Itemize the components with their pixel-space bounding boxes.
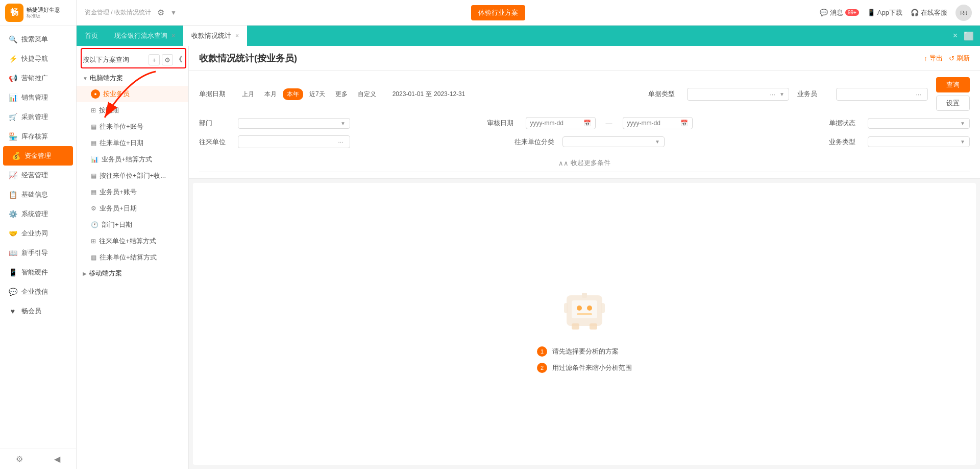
review-date-to-input[interactable]: [627, 120, 678, 127]
calendar-from-icon: 📅: [583, 120, 591, 127]
review-date-to[interactable]: 📅: [623, 117, 693, 129]
tree-group-mobile-header[interactable]: ▶ 移动端方案: [77, 266, 188, 281]
sidebar-item-purchase[interactable]: 🛒 采购管理: [0, 107, 76, 127]
tree-group-mobile: ▶ 移动端方案: [77, 266, 188, 281]
sidebar-item-guide[interactable]: 📖 新手引导: [0, 243, 76, 263]
sidebar-item-wechat[interactable]: 💬 企业微信: [0, 282, 76, 301]
sidebar-item-hardware[interactable]: 📱 智能硬件: [0, 263, 76, 282]
date-tab-custom[interactable]: 自定义: [354, 88, 380, 100]
tab-bank-flow-close-icon[interactable]: ×: [172, 32, 175, 39]
export-button[interactable]: ↑ 导出: [924, 54, 943, 63]
date-tab-this-month[interactable]: 本月: [260, 88, 281, 100]
sidebar-label-wechat: 企业微信: [21, 287, 48, 296]
sidebar-item-inventory[interactable]: 🏪 库存核算: [0, 127, 76, 146]
department-select[interactable]: ▼: [238, 118, 350, 129]
add-icon: +: [152, 56, 156, 64]
sidebar-item-finance[interactable]: 💰 资金管理: [3, 146, 73, 166]
settings-panel-icon: ⚙: [164, 56, 170, 64]
service-icon: 🎧: [911, 9, 919, 16]
collapse-more-button[interactable]: ∧∧ 收起更多条件: [558, 158, 610, 168]
sidebar-item-quicknav[interactable]: ⚡ 快捷导航: [0, 49, 76, 68]
trial-button[interactable]: 体验行业方案: [471, 5, 525, 20]
voucher-status-select[interactable]: ▼: [868, 118, 970, 129]
sidebar-item-enterprise[interactable]: 🤝 企业协同: [0, 224, 76, 243]
sidebar-item-member[interactable]: ♥ 畅会员: [0, 301, 76, 321]
sidebar-label-sales: 销售管理: [21, 93, 48, 102]
app-download-btn[interactable]: 📱 App下载: [867, 8, 902, 17]
collapse-sidebar-icon[interactable]: ◀: [54, 454, 60, 464]
tree-item-partner-settle1[interactable]: ⊞ 往来单位+结算方式: [77, 233, 188, 249]
partner-category-select[interactable]: ▼: [562, 136, 665, 147]
sidebar-item-marketing[interactable]: 📢 营销推广: [0, 68, 76, 88]
salesperson-select[interactable]: ···: [836, 88, 928, 101]
settings-bottom-icon[interactable]: ⚙: [16, 454, 23, 464]
logo-badge: 标准版: [27, 13, 60, 19]
svg-rect-7: [601, 303, 605, 313]
user-avatar[interactable]: Rit: [955, 5, 972, 21]
tree-item-by-salesperson[interactable]: ● 按业务员: [77, 86, 188, 102]
tree-item-label-1: 按业务员: [103, 89, 130, 99]
tree-group-desktop-header[interactable]: ▼ 电脑端方案: [77, 71, 188, 86]
sidebar-label-marketing: 营销推广: [21, 74, 48, 83]
tab-collection-close-icon[interactable]: ×: [235, 32, 239, 39]
date-tab-this-year[interactable]: 本年: [283, 88, 303, 100]
sidebar-item-sales[interactable]: 📊 销售管理: [0, 88, 76, 107]
notification-btn[interactable]: 💬 消息 99+: [820, 8, 859, 17]
settings-button[interactable]: 设置: [936, 96, 970, 111]
review-date-from[interactable]: 📅: [526, 117, 596, 129]
svg-point-3: [587, 306, 592, 311]
filter-row-3: 往来单位 ··· 往来单位分类 ▼ 业务类型 ▼: [199, 135, 970, 148]
tab-bar: 首页 现金银行流水查询 × 收款情况统计 × × ⬜: [77, 26, 980, 46]
tree-item-partner-dept[interactable]: ▦ 按往来单位+部门+收...: [77, 168, 188, 184]
salesperson-label: 业务员: [797, 89, 828, 99]
query-button[interactable]: 查询: [936, 77, 970, 92]
date-tab-7days[interactable]: 近7天: [305, 88, 329, 100]
tree-item-label-4: 往来单位+日期: [100, 138, 143, 148]
svg-rect-9: [590, 323, 597, 330]
dropdown-arrow-icon[interactable]: ▼: [170, 9, 177, 16]
business-type-select[interactable]: ▼: [868, 136, 970, 147]
date-tab-more[interactable]: 更多: [331, 88, 352, 100]
sidebar-item-operation[interactable]: 📈 经营管理: [0, 166, 76, 185]
tree-item-salesperson-date[interactable]: ⚙ 业务员+日期: [77, 200, 188, 217]
partner-more-icon: ···: [338, 138, 344, 146]
tab-bank-flow[interactable]: 现金银行流水查询 ×: [106, 26, 183, 46]
dept-arrow-icon: ▼: [340, 121, 346, 126]
tree-item-partner-settle2[interactable]: ▦ 往来单位+结算方式: [77, 249, 188, 266]
topbar-gear-icon[interactable]: ⚙: [157, 8, 164, 17]
sidebar-item-system[interactable]: ⚙️ 系统管理: [0, 204, 76, 224]
partner-select[interactable]: ···: [238, 135, 350, 148]
settings-scheme-btn[interactable]: ⚙: [162, 54, 173, 65]
hardware-icon: 📱: [8, 268, 17, 277]
online-service-btn[interactable]: 🎧 在线客服: [911, 8, 947, 17]
breadcrumb: 资金管理 / 收款情况统计: [85, 8, 151, 17]
voucher-type-select[interactable]: ··· ▼: [687, 88, 789, 101]
add-scheme-btn[interactable]: +: [149, 54, 160, 65]
tree-item-salesperson-settle[interactable]: 📊 业务员+结算方式: [77, 151, 188, 168]
detail-icon: ⊞: [91, 107, 96, 114]
maximize-icon[interactable]: ⬜: [964, 31, 974, 41]
sidebar-item-basic[interactable]: 📋 基础信息: [0, 185, 76, 204]
voucher-status-label: 单据状态: [829, 119, 860, 128]
panel-header-actions: + ⚙ 《: [149, 54, 182, 65]
sidebar-label-basic: 基础信息: [21, 190, 48, 199]
sidebar-item-search[interactable]: 🔍 搜索菜单: [0, 30, 76, 49]
date-range: 2023-01-01 至 2023-12-31: [393, 90, 465, 99]
sidebar-label-quicknav: 快捷导航: [21, 54, 48, 63]
close-all-icon[interactable]: ×: [953, 31, 958, 40]
sidebar-label-inventory: 库存核算: [21, 132, 48, 141]
tree-item-salesperson-account[interactable]: ▦ 业务员+账号: [77, 184, 188, 200]
tree-item-dept-date[interactable]: 🕐 部门+日期: [77, 217, 188, 233]
review-date-from-input[interactable]: [530, 120, 581, 127]
export-label: 导出: [929, 54, 943, 63]
tree-item-by-detail[interactable]: ⊞ 按明细: [77, 102, 188, 119]
tab-home[interactable]: 首页: [77, 26, 106, 46]
collapse-panel-btn[interactable]: 《: [175, 55, 182, 64]
tab-collection[interactable]: 收款情况统计 ×: [183, 26, 247, 46]
tree-item-partner-account[interactable]: ▦ 往来单位+账号: [77, 119, 188, 135]
tree-item-partner-date[interactable]: ▦ 往来单位+日期: [77, 135, 188, 151]
date-tab-last-month[interactable]: 上月: [238, 88, 258, 100]
refresh-button[interactable]: ↺ 刷新: [949, 54, 970, 63]
basic-icon: 📋: [8, 190, 17, 199]
biz-type-arrow-icon: ▼: [960, 139, 965, 145]
